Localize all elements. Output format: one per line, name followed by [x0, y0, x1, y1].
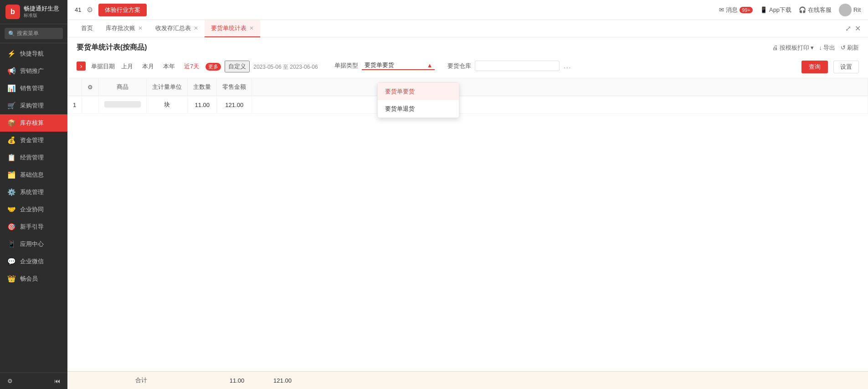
topbar-gear-icon[interactable]: ⚙	[87, 5, 93, 14]
search-icon: 🔍	[8, 31, 15, 37]
settings-btn[interactable]: 设置	[833, 61, 859, 73]
sidebar-item-system[interactable]: ⚙️ 系统管理	[0, 184, 67, 201]
tab-label: 库存批次账	[106, 24, 135, 32]
settings-footer-icon[interactable]: ⚙	[7, 378, 13, 384]
tab-label: 要货单统计表	[211, 24, 247, 32]
page-content: 要货单统计表(按商品) 🖨 按模板打印 ▾ ↓ 导出 ↺ 刷新 ›	[67, 37, 868, 389]
refresh-icon: ↺	[841, 44, 846, 51]
sidebar-item-basic[interactable]: 🗂️ 基础信息	[0, 166, 67, 184]
sidebar-item-label: 采购管理	[20, 102, 44, 110]
app-download-label: App下载	[769, 6, 791, 14]
tabs-expand-btn[interactable]: ⤢	[845, 24, 851, 33]
col-header-unit: 主计量单位	[147, 78, 188, 96]
col-header-product: 商品	[99, 78, 147, 96]
tab-inventory-batch[interactable]: 库存批次账 ✕	[99, 20, 149, 37]
table-settings-icon[interactable]: ⚙	[87, 84, 93, 91]
messages-label: 消息	[726, 6, 738, 14]
user-item[interactable]: Rit	[839, 4, 861, 16]
system-icon: ⚙️	[7, 188, 15, 196]
sidebar-item-cooperation[interactable]: 🤝 企业协同	[0, 201, 67, 218]
sidebar-item-apps[interactable]: 📱 应用中心	[0, 235, 67, 253]
date-filter-label: 单据日期	[91, 62, 115, 71]
cell-index: 1	[67, 96, 82, 114]
cell-quantity: 11.00	[188, 96, 217, 114]
sidebar-search-area[interactable]: 🔍 搜索菜单	[0, 24, 67, 43]
tab-close-icon[interactable]: ✕	[194, 25, 198, 31]
date-btn-7days[interactable]: 近7天	[181, 61, 202, 72]
type-select[interactable]: 要货单要货 要货单退货	[362, 61, 435, 70]
sidebar-search-box[interactable]: 🔍 搜索菜单	[5, 28, 63, 39]
tab-close-icon[interactable]: ✕	[138, 25, 143, 31]
col-header-settings[interactable]: ⚙	[82, 78, 99, 96]
type-select-wrap[interactable]: 要货单要货 要货单退货 ▲	[362, 61, 435, 70]
print-action[interactable]: 🖨 按模板打印 ▾	[772, 44, 814, 52]
tab-collect-summary[interactable]: 收发存汇总表 ✕	[149, 20, 205, 37]
sidebar-item-label: 快捷导航	[20, 50, 44, 58]
cell-amount: 121.00	[217, 96, 252, 114]
page-title: 要货单统计表(按商品)	[77, 43, 147, 52]
tab-home[interactable]: 首页	[75, 20, 99, 37]
footer-total-label: 合计	[114, 376, 169, 384]
topbar-right: ✉ 消息 99+ 📱 App下载 🎧 在线客服 Rit	[719, 4, 861, 16]
sidebar-item-vip[interactable]: 👑 畅会员	[0, 270, 67, 287]
sidebar-item-wechat[interactable]: 💬 企业微信	[0, 253, 67, 270]
logo-text-group: 畅捷通好生意 标准版	[24, 5, 59, 19]
table-footer: 合计 11.00 121.00	[67, 371, 868, 389]
wechat-icon: 💬	[7, 257, 15, 266]
export-action[interactable]: ↓ 导出	[819, 44, 836, 52]
sidebar-item-label: 系统管理	[20, 188, 44, 196]
warehouse-label: 要货仓库	[447, 62, 471, 70]
sidebar-item-marketing[interactable]: 📢 营销推广	[0, 62, 67, 80]
messages-item[interactable]: ✉ 消息 99+	[719, 6, 753, 14]
filter-toggle-btn[interactable]: ›	[77, 61, 86, 71]
sidebar-item-finance[interactable]: 💰 资金管理	[0, 132, 67, 149]
table-row: 1 块 11.00 121.00	[67, 96, 868, 114]
sidebar-item-label: 新手引导	[20, 223, 44, 231]
sidebar-item-purchase[interactable]: 🛒 采购管理	[0, 97, 67, 114]
date-custom-btn[interactable]: 自定义	[225, 61, 250, 72]
table-header-row: ⚙ 商品 主计量单位 主数量 零售金额	[67, 78, 868, 96]
sidebar-item-sales[interactable]: 📊 销售管理	[0, 80, 67, 97]
cell-product	[99, 96, 147, 114]
quicknav-icon: ⚡	[7, 50, 15, 58]
export-icon: ↓	[819, 44, 822, 51]
footer-quantity: 11.00	[214, 377, 260, 384]
sidebar-item-guide[interactable]: 🎯 新手引导	[0, 218, 67, 235]
data-table: ⚙ 商品 主计量单位 主数量 零售金额 1	[67, 78, 868, 114]
query-btn[interactable]: 查询	[801, 61, 828, 73]
guide-icon: 🎯	[7, 223, 15, 231]
sidebar-item-label: 应用中心	[20, 240, 44, 248]
date-more-badge[interactable]: 更多	[205, 63, 221, 71]
dropdown-item-0[interactable]: 要货单要货	[378, 83, 459, 100]
sidebar-nav: ⚡ 快捷导航 📢 营销推广 📊 销售管理 🛒 采购管理 📦 库存核算 💰 资金管…	[0, 43, 67, 373]
collapse-icon[interactable]: ⏮	[54, 378, 60, 384]
refresh-action[interactable]: ↺ 刷新	[841, 44, 859, 52]
sidebar-item-inventory[interactable]: 📦 库存核算	[0, 114, 67, 132]
table-body: 1 块 11.00 121.00	[67, 96, 868, 114]
trial-btn[interactable]: 体验行业方案	[98, 4, 147, 16]
tab-order-stats[interactable]: 要货单统计表 ✕	[205, 20, 260, 37]
warehouse-input[interactable]	[475, 61, 560, 71]
product-placeholder	[104, 101, 141, 107]
cell-unit: 块	[147, 96, 188, 114]
app-download-item[interactable]: 📱 App下载	[760, 6, 791, 14]
warehouse-more-btn[interactable]: …	[563, 61, 571, 71]
tabs-close-all-btn[interactable]: ✕	[855, 24, 861, 33]
tab-close-icon[interactable]: ✕	[249, 25, 254, 31]
sidebar-search-label: 搜索菜单	[17, 30, 39, 37]
type-filter-group: 单据类型 要货单要货 要货单退货 ▲	[334, 61, 435, 70]
date-btn-last-month[interactable]: 上月	[118, 61, 136, 72]
sidebar-item-operations[interactable]: 📋 经营管理	[0, 149, 67, 166]
topbar: 41 ⚙ 体验行业方案 ✉ 消息 99+ 📱 App下载 🎧 在线客服 Rit	[67, 0, 868, 20]
col-header-index	[67, 78, 82, 96]
date-btn-this-month[interactable]: 本月	[139, 61, 157, 72]
sidebar-item-quicknav[interactable]: ⚡ 快捷导航	[0, 45, 67, 62]
tab-label: 收发存汇总表	[155, 24, 191, 32]
sidebar-item-label: 营销推广	[20, 67, 44, 75]
filter-bar: › 单据日期 上月 本月 本年 近7天 更多 自定义 2023-05-06 至 …	[67, 56, 868, 78]
basic-icon: 🗂️	[7, 171, 15, 179]
sales-icon: 📊	[7, 84, 15, 92]
dropdown-item-1[interactable]: 要货单退货	[378, 100, 459, 118]
date-btn-this-year[interactable]: 本年	[160, 61, 178, 72]
online-service-item[interactable]: 🎧 在线客服	[799, 6, 832, 14]
